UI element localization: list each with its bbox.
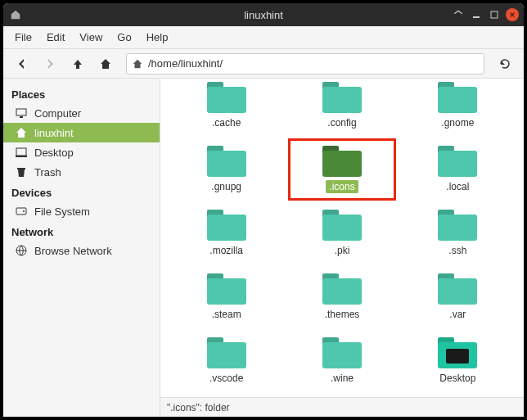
window-minimize-icon[interactable] xyxy=(470,8,483,21)
folder-icon xyxy=(322,210,362,241)
reload-button[interactable] xyxy=(493,52,517,75)
folder-icon xyxy=(207,146,246,177)
sidebar-item-desktop[interactable]: Desktop xyxy=(3,142,160,162)
folder-icon xyxy=(207,273,246,305)
sidebar-item-label: File System xyxy=(34,205,90,218)
window-close-button[interactable] xyxy=(506,8,519,21)
forward-button[interactable] xyxy=(38,52,62,75)
file-item-label: Desktop xyxy=(436,372,479,385)
svg-rect-0 xyxy=(473,16,480,18)
sidebar-item-file-system[interactable]: File System xyxy=(3,201,160,221)
folder-icon xyxy=(322,146,362,177)
window-controls xyxy=(452,8,519,21)
svg-rect-4 xyxy=(16,148,26,156)
file-item-label: .config xyxy=(324,116,359,129)
folder-icon xyxy=(438,82,477,113)
file-item-label: .cache xyxy=(209,116,244,129)
folder-icon xyxy=(207,210,246,241)
folder-icon xyxy=(207,337,246,368)
home-button[interactable] xyxy=(93,52,118,75)
path-bar[interactable]: /home/linuxhint/ xyxy=(126,53,484,75)
titlebar[interactable]: linuxhint xyxy=(3,3,524,26)
icon-grid-scroll[interactable]: .cache.config.gnome.gnupg.icons.local.mo… xyxy=(160,79,524,397)
folder-icon xyxy=(207,82,246,113)
file-item-label: .gnome xyxy=(438,116,477,129)
icon-grid: .cache.config.gnome.gnupg.icons.local.mo… xyxy=(177,79,507,388)
file-item-label: .var xyxy=(446,308,469,321)
file-item[interactable]: Desktop xyxy=(408,334,507,388)
file-item-label: .local xyxy=(443,180,472,193)
folder-icon xyxy=(322,82,362,113)
file-item[interactable]: .steam xyxy=(177,270,276,324)
file-item-label: .themes xyxy=(322,308,363,321)
sidebar-heading: Places xyxy=(3,84,160,103)
window-title: linuxhint xyxy=(244,9,283,21)
file-item[interactable]: .themes xyxy=(292,270,391,324)
sidebar-item-label: Desktop xyxy=(34,147,74,159)
sidebar: PlacesComputerlinuxhintDesktopTrashDevic… xyxy=(3,79,160,417)
sidebar-item-computer[interactable]: Computer xyxy=(3,103,160,123)
window-restore-icon[interactable] xyxy=(452,8,465,21)
sidebar-item-browse-network[interactable]: Browse Network xyxy=(3,241,160,260)
sidebar-item-label: Computer xyxy=(34,107,81,120)
file-item-label: .wine xyxy=(327,372,357,385)
folder-icon xyxy=(438,273,477,305)
sidebar-heading: Network xyxy=(3,221,160,241)
status-text: ".icons": folder xyxy=(167,402,230,413)
file-item[interactable]: .config xyxy=(292,79,391,133)
file-item[interactable]: .gnome xyxy=(408,79,507,133)
sidebar-item-linuxhint[interactable]: linuxhint xyxy=(3,123,160,142)
desktop-folder-icon xyxy=(438,337,477,368)
sidebar-item-trash[interactable]: Trash xyxy=(3,162,160,182)
folder-icon xyxy=(438,146,477,177)
file-item[interactable]: .wine xyxy=(292,334,391,388)
file-item-label: .vscode xyxy=(206,372,246,385)
menu-file[interactable]: File xyxy=(8,29,38,46)
file-item[interactable]: .ssh xyxy=(408,206,507,260)
menu-edit[interactable]: Edit xyxy=(40,29,71,46)
svg-rect-5 xyxy=(16,156,27,157)
window-maximize-icon[interactable] xyxy=(488,8,501,21)
file-item-label: .ssh xyxy=(445,244,470,257)
toolbar: /home/linuxhint/ xyxy=(3,49,524,79)
file-item[interactable]: .local xyxy=(408,142,507,196)
menu-view[interactable]: View xyxy=(73,29,109,46)
sidebar-item-label: Trash xyxy=(34,166,61,178)
file-item[interactable]: .pki xyxy=(292,206,391,260)
file-item[interactable]: .vscode xyxy=(177,334,276,388)
sidebar-item-label: Browse Network xyxy=(34,245,112,257)
file-item[interactable]: .var xyxy=(408,270,507,324)
svg-rect-6 xyxy=(17,168,25,169)
up-button[interactable] xyxy=(65,52,90,75)
menu-help[interactable]: Help xyxy=(140,29,175,46)
file-item-label: .mozilla xyxy=(206,244,246,257)
sidebar-heading: Devices xyxy=(3,182,160,201)
menu-go[interactable]: Go xyxy=(110,29,137,46)
sidebar-item-label: linuxhint xyxy=(34,127,74,139)
file-manager-window: linuxhint File Edit View Go Help /home/l… xyxy=(3,3,524,417)
file-item-label: .steam xyxy=(209,308,245,321)
file-item[interactable]: .cache xyxy=(177,79,276,133)
menubar: File Edit View Go Help xyxy=(3,26,524,49)
folder-icon xyxy=(322,337,362,368)
file-item-label: .gnupg xyxy=(208,180,245,193)
path-text: /home/linuxhint/ xyxy=(148,57,223,70)
file-item[interactable]: .icons xyxy=(292,142,391,196)
main-pane: .cache.config.gnome.gnupg.icons.local.mo… xyxy=(160,79,524,417)
svg-point-8 xyxy=(23,210,25,212)
svg-rect-7 xyxy=(16,208,26,215)
statusbar: ".icons": folder xyxy=(160,397,524,417)
back-button[interactable] xyxy=(10,52,34,75)
app-icon xyxy=(10,9,21,20)
svg-rect-3 xyxy=(20,116,23,118)
file-item[interactable]: .mozilla xyxy=(177,206,276,260)
content-area: PlacesComputerlinuxhintDesktopTrashDevic… xyxy=(3,79,524,417)
svg-rect-2 xyxy=(16,109,26,115)
file-item-label: .pki xyxy=(331,244,354,257)
svg-rect-1 xyxy=(491,11,498,18)
file-item-label: .icons xyxy=(326,180,358,193)
folder-icon xyxy=(438,210,477,241)
file-item[interactable]: .gnupg xyxy=(177,142,276,196)
folder-icon xyxy=(322,273,362,305)
path-home-icon xyxy=(132,58,143,70)
